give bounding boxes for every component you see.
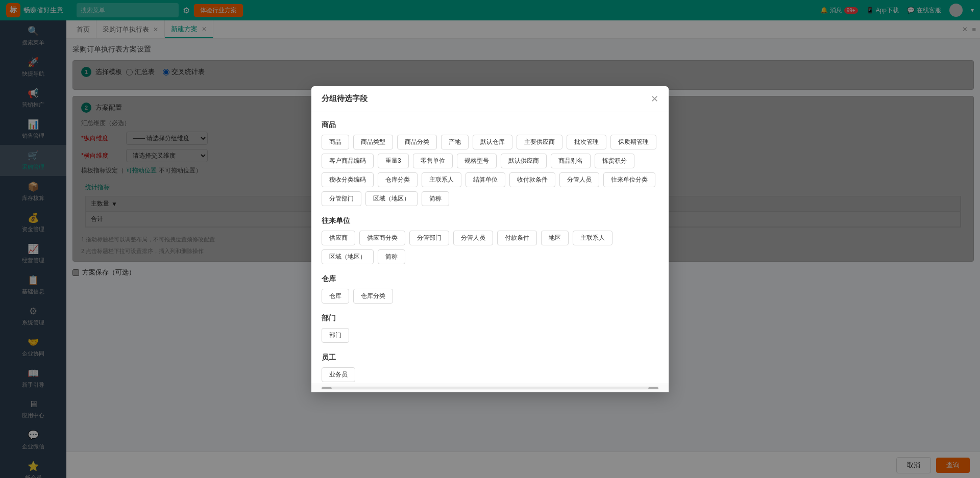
modal-title: 分组待选字段	[322, 94, 368, 104]
field-tag-product-type[interactable]: 商品类型	[353, 135, 393, 149]
field-tag-origin[interactable]: 产地	[441, 135, 469, 149]
field-tag-partner-dept[interactable]: 分管部门	[409, 231, 449, 245]
field-tag-retail-unit[interactable]: 零售单位	[413, 154, 453, 168]
field-tags-product: 商品 商品类型 商品分类 产地 默认仓库 主要供应商 批次管理 保质期管理 客户…	[322, 135, 658, 206]
field-tag-partner-supervisor[interactable]: 分管人员	[453, 231, 493, 245]
field-tag-region[interactable]: 区域（地区）	[365, 191, 418, 206]
field-tag-default-warehouse[interactable]: 默认仓库	[473, 135, 512, 149]
field-tag-department[interactable]: 部门	[322, 328, 349, 343]
field-group-warehouse-title: 仓库	[322, 274, 658, 284]
field-group-partner: 往来单位 供应商 供应商分类 分管部门 分管人员 付款条件 地区 主联系人 区域…	[322, 216, 658, 264]
modal-close-button[interactable]: ✕	[651, 93, 658, 105]
field-tag-warehouse-type[interactable]: 仓库分类	[353, 289, 393, 304]
field-tag-short-name[interactable]: 简称	[422, 191, 449, 206]
field-tag-product-category[interactable]: 商品分类	[397, 135, 437, 149]
field-tag-warehouse[interactable]: 仓库	[322, 289, 349, 304]
field-group-warehouse: 仓库 仓库 仓库分类	[322, 274, 658, 304]
field-tag-warehouse-category[interactable]: 仓库分类	[378, 172, 418, 187]
modal-scrollbar-horizontal[interactable]	[322, 386, 658, 390]
field-tag-pick-points[interactable]: 拣货积分	[595, 154, 634, 168]
field-group-partner-title: 往来单位	[322, 216, 658, 225]
field-tag-partner-contact[interactable]: 主联系人	[573, 231, 612, 245]
field-tag-area[interactable]: 地区	[541, 231, 569, 245]
field-tag-supplier[interactable]: 供应商	[322, 231, 355, 245]
field-tag-tax-code[interactable]: 税收分类编码	[322, 172, 374, 187]
field-tag-partner-region[interactable]: 区域（地区）	[322, 249, 374, 264]
field-tag-batch-manage[interactable]: 批次管理	[567, 135, 606, 149]
field-tag-payment-condition[interactable]: 付款条件	[497, 231, 537, 245]
field-tag-payment-terms[interactable]: 收付款条件	[509, 172, 555, 187]
field-tag-expiry-manage[interactable]: 保质期管理	[610, 135, 656, 149]
field-tags-partner: 供应商 供应商分类 分管部门 分管人员 付款条件 地区 主联系人 区域（地区） …	[322, 231, 658, 264]
field-tag-main-contact[interactable]: 主联系人	[422, 172, 461, 187]
field-group-product: 商品 商品 商品类型 商品分类 产地 默认仓库 主要供应商 批次管理 保质期管理…	[322, 120, 658, 206]
field-tag-weight3[interactable]: 重量3	[378, 154, 409, 168]
modal-body[interactable]: 商品 商品 商品类型 商品分类 产地 默认仓库 主要供应商 批次管理 保质期管理…	[311, 112, 669, 384]
field-tag-spec-model[interactable]: 规格型号	[457, 154, 497, 168]
field-tag-settlement-unit[interactable]: 结算单位	[465, 172, 505, 187]
modal-field-selector: 分组待选字段 ✕ 商品 商品 商品类型 商品分类 产地 默认仓库 主要供应商 批…	[311, 86, 669, 392]
field-tag-supplier-category[interactable]: 供应商分类	[359, 231, 405, 245]
scrollbar-track	[332, 387, 648, 389]
field-group-department: 部门 部门	[322, 314, 658, 343]
modal-header: 分组待选字段 ✕	[311, 86, 669, 112]
field-tag-main-supplier[interactable]: 主要供应商	[517, 135, 562, 149]
field-tag-product[interactable]: 商品	[322, 135, 349, 149]
field-tag-customer-code[interactable]: 客户商品编码	[322, 154, 374, 168]
field-tag-product-alias[interactable]: 商品别名	[551, 154, 591, 168]
field-group-product-title: 商品	[322, 120, 658, 130]
field-tag-default-supplier[interactable]: 默认供应商	[501, 154, 547, 168]
field-tag-supervisor[interactable]: 分管人员	[559, 172, 599, 187]
field-tags-warehouse: 仓库 仓库分类	[322, 289, 658, 304]
field-tags-department: 部门	[322, 328, 658, 343]
field-group-department-title: 部门	[322, 314, 658, 323]
field-tags-employee: 业务员	[322, 367, 658, 382]
field-group-employee-title: 员工	[322, 353, 658, 362]
field-tag-partner-shortname[interactable]: 简称	[378, 249, 405, 264]
field-tag-dept[interactable]: 分管部门	[322, 191, 361, 206]
field-group-employee: 员工 业务员	[322, 353, 658, 382]
field-tag-salesperson[interactable]: 业务员	[322, 367, 355, 382]
field-tag-partner-category[interactable]: 往来单位分类	[603, 172, 655, 187]
